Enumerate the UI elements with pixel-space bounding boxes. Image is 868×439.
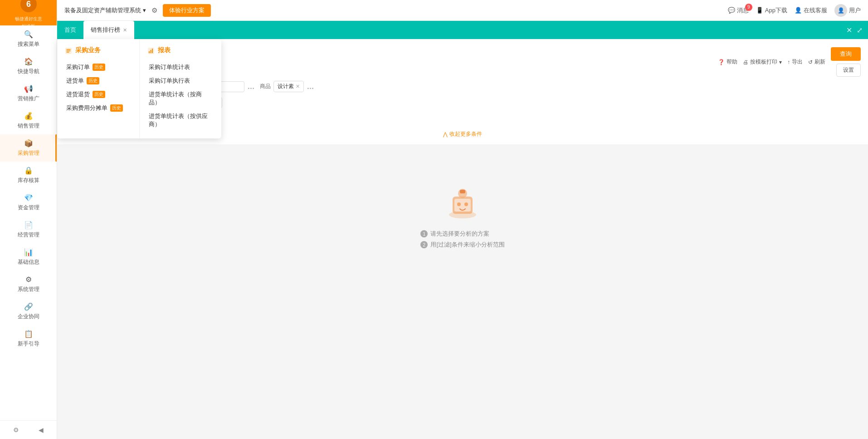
service-icon: 👤	[795, 7, 802, 14]
sidebar: 6 畅捷通好生意 标准版 🔍 搜索菜单 🏠 快捷导航 📢 营销推广 💰 销售管理…	[0, 0, 57, 439]
dropdown-inbound-stat-supplier[interactable]: 进货单统计表（按供应商）	[147, 109, 215, 131]
report-col-icon	[147, 46, 155, 55]
settings-btn[interactable]: 设置	[836, 64, 861, 77]
inbound-stat-goods-label: 进货单统计表（按商品）	[149, 90, 213, 107]
help-label: 帮助	[727, 58, 737, 66]
dropdown-inbound-stat-goods[interactable]: 进货单统计表（按商品）	[147, 88, 215, 109]
tab-home[interactable]: 首页	[57, 21, 83, 39]
svg-point-8	[464, 202, 468, 206]
operation-icon: 📄	[24, 221, 33, 229]
goods-label: 商品	[260, 83, 271, 90]
dropdown-inbound[interactable]: 进货单 历史	[64, 74, 132, 88]
tab-sales-rank[interactable]: 销售排行榜 ✕	[83, 21, 134, 39]
goods-tag: 设计素 ✕	[273, 81, 304, 92]
goods-filter: 商品 设计素 ✕ …	[260, 81, 314, 92]
hist-tag-3: 历史	[110, 104, 123, 112]
inbound-stat-supplier-label: 进货单统计表（按供应商）	[149, 112, 213, 128]
refresh-icon: ↺	[808, 59, 813, 65]
dropdown-expense[interactable]: 采购费用分摊单 历史	[64, 101, 132, 115]
sidebar-item-inventory[interactable]: 🔒 库存核算	[0, 162, 57, 189]
tab-close-icon[interactable]: ✕	[123, 27, 127, 33]
dropdown-purchase-order[interactable]: 采购订单 历史	[64, 60, 132, 74]
dropdown-arrow-icon: ▾	[143, 7, 146, 14]
dropdown-return[interactable]: 进货退货 历史	[64, 88, 132, 101]
window-buttons: ✕ ⤢	[841, 26, 868, 35]
query-btn[interactable]: 查询	[831, 47, 861, 61]
report-col: 报表 采购订单统计表 采购订单执行表 进货单统计表（按商品） 进货单统计表（按供…	[140, 39, 222, 138]
report-col-label: 报表	[158, 46, 171, 54]
newbie-icon: 📋	[24, 330, 33, 338]
svg-rect-13	[152, 49, 153, 53]
sidebar-settings-btn[interactable]: ⚙	[13, 426, 19, 434]
purchase-col-icon	[64, 46, 73, 55]
collapse-up-icon: ⋀	[443, 131, 448, 138]
service-btn[interactable]: 👤 在线客服	[795, 6, 827, 15]
finance-icon: 💎	[24, 193, 33, 202]
goods-more-icon[interactable]: …	[307, 83, 314, 91]
sidebar-item-enterprise[interactable]: 🔗 企业协同	[0, 298, 57, 325]
sidebar-item-search[interactable]: 🔍 搜索菜单	[0, 25, 57, 53]
help-icon: ❓	[718, 59, 725, 65]
service-label: 在线客服	[804, 6, 827, 15]
system-title-dropdown[interactable]: 装备及固定资产辅助管理系统 ▾	[64, 6, 146, 15]
svg-rect-4	[454, 199, 471, 212]
sidebar-item-operation[interactable]: 📄 经营管理	[0, 216, 57, 243]
inventory-icon: 🔒	[24, 166, 33, 175]
message-badge: 9	[745, 4, 752, 11]
inbound-label: 进货单	[66, 77, 84, 85]
sidebar-item-newbie[interactable]: 📋 新手引导	[0, 325, 57, 352]
sidebar-item-basic[interactable]: 📊 基础信息	[0, 243, 57, 271]
enterprise-icon: 🔗	[24, 302, 33, 311]
dropdown-purchase-order-stat[interactable]: 采购订单统计表	[147, 60, 215, 74]
topbar-settings-icon[interactable]: ⚙	[151, 6, 157, 15]
collapse-label: 收起更多条件	[449, 130, 482, 138]
sidebar-item-label: 营销推广	[18, 95, 39, 103]
svg-text:6: 6	[26, 0, 30, 9]
status-more-icon[interactable]: …	[247, 83, 254, 91]
message-btn[interactable]: 💬 消息 9	[728, 6, 749, 15]
logo-title: 畅捷通好生意	[15, 16, 42, 22]
sidebar-collapse-btn[interactable]: ◀	[39, 426, 44, 434]
tab-home-label: 首页	[64, 26, 76, 34]
sidebar-item-label: 经营管理	[18, 231, 39, 239]
avatar: 👤	[834, 4, 847, 17]
sidebar-item-label: 企业协同	[18, 313, 39, 321]
app-label: App下载	[765, 6, 787, 15]
hist-tag-2: 历史	[93, 91, 105, 98]
expense-label: 采购费用分摊单	[66, 104, 107, 112]
logo-icon: 6	[20, 0, 37, 15]
app-download-btn[interactable]: 📱 App下载	[756, 6, 787, 15]
empty-state: 1 请先选择要分析的方案 2 用[过滤]条件来缩小分析范围	[57, 144, 868, 285]
industry-btn[interactable]: 体验行业方案	[163, 4, 211, 17]
purchase-col-title: 采购业务	[64, 46, 132, 55]
system-title: 装备及固定资产辅助管理系统	[64, 6, 141, 15]
purchase-dropdown: 采购业务 采购订单 历史 进货单 历史 进货退货 历史 采购费用分摊单 历史	[57, 39, 221, 138]
print-label: 按模板打印	[750, 58, 777, 66]
purchase-order-exec-label: 采购订单执行表	[149, 77, 190, 85]
sidebar-item-finance[interactable]: 💎 资金管理	[0, 189, 57, 216]
sidebar-item-system[interactable]: ⚙ 系统管理	[0, 271, 57, 298]
refresh-label: 刷新	[814, 58, 825, 66]
sidebar-item-label: 资金管理	[18, 204, 39, 212]
user-btn[interactable]: 👤 用户	[834, 4, 861, 17]
print-icon: 🖨	[743, 59, 748, 65]
export-btn[interactable]: ↑ 导出	[787, 58, 803, 66]
dropdown-purchase-order-exec[interactable]: 采购订单执行表	[147, 74, 215, 88]
sidebar-item-quick-nav[interactable]: 🏠 快捷导航	[0, 53, 57, 80]
sidebar-item-sales[interactable]: 💰 销售管理	[0, 107, 57, 134]
close-window-icon[interactable]: ✕	[846, 26, 852, 35]
export-label: 导出	[792, 58, 803, 66]
maximize-window-icon[interactable]: ⤢	[857, 26, 863, 35]
topbar-right: 💬 消息 9 📱 App下载 👤 在线客服 👤 用户	[728, 4, 861, 17]
topbar: 装备及固定资产辅助管理系统 ▾ ⚙ 体验行业方案 💬 消息 9 📱 App下载 …	[57, 0, 868, 21]
sales-icon: 💰	[24, 112, 33, 120]
sidebar-item-label: 新手引导	[18, 340, 39, 348]
mobile-icon: 📱	[756, 7, 763, 14]
message-icon: 💬	[728, 7, 735, 14]
help-btn[interactable]: ❓ 帮助	[718, 58, 737, 66]
goods-tag-close-icon[interactable]: ✕	[296, 84, 300, 89]
sidebar-item-marketing[interactable]: 📢 营销推广	[0, 80, 57, 107]
sidebar-item-purchase[interactable]: 📦 采购管理	[0, 134, 57, 162]
refresh-btn[interactable]: ↺ 刷新	[808, 58, 825, 66]
print-btn[interactable]: 🖨 按模板打印 ▾	[743, 58, 782, 66]
